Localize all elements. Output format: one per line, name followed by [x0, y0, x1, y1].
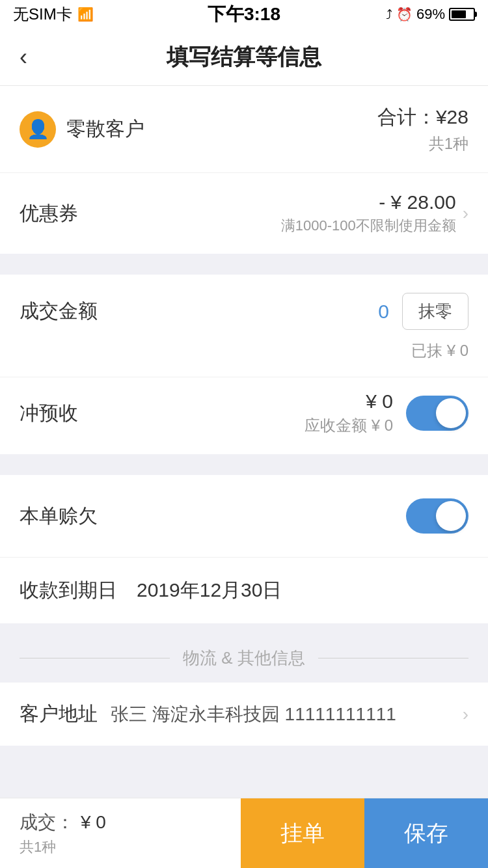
coupon-chevron-icon: ›: [463, 203, 468, 224]
coupon-right: - ¥ 28.00 满1000-100不限制使用金额 ›: [281, 191, 468, 236]
due-date-row: 收款到期日 2019年12月30日: [0, 557, 488, 623]
debt-label: 本单赊欠: [20, 503, 98, 530]
tx-amount-value[interactable]: 0: [378, 301, 389, 323]
customer-left: 👤 零散客户: [20, 111, 144, 148]
advance-row: 冲预收 ¥ 0 应收金额 ¥ 0: [0, 377, 488, 454]
battery-label: 69%: [416, 6, 445, 23]
pending-button[interactable]: 挂单: [241, 798, 364, 869]
round-button[interactable]: 抹零: [402, 293, 468, 330]
total-amount: 合计：¥28: [377, 104, 468, 131]
divider-line-right: [318, 658, 468, 658]
alarm-icon: ⏰: [396, 7, 413, 22]
tx-row: 成交金额 0 抹零: [0, 275, 488, 340]
address-label: 客户地址: [20, 701, 98, 727]
advance-label: 冲预收: [20, 400, 78, 427]
wifi-icon: 📶: [77, 7, 94, 22]
nav-title: 填写结算等信息: [167, 42, 321, 72]
advance-value: ¥ 0: [305, 390, 393, 413]
coupon-amount-block: - ¥ 28.00 满1000-100不限制使用金额: [281, 191, 456, 236]
advance-amounts: ¥ 0 应收金额 ¥ 0: [305, 390, 393, 436]
bottom-count: 共1种: [20, 837, 221, 857]
customer-right: 合计：¥28 共1种: [377, 104, 468, 154]
tx-label: 成交金额: [20, 298, 98, 325]
customer-row: 👤 零散客户 合计：¥28 共1种: [0, 86, 488, 172]
coupon-amount: - ¥ 28.00: [281, 191, 456, 213]
avatar-icon: 👤: [27, 118, 49, 140]
tx-sub-label: 已抹 ¥ 0: [0, 340, 488, 377]
gray-divider-2: [0, 465, 488, 475]
status-time: 下午3:18: [208, 2, 280, 27]
coupon-label: 优惠券: [20, 200, 78, 227]
coupon-row[interactable]: 优惠券 - ¥ 28.00 满1000-100不限制使用金额 ›: [0, 172, 488, 254]
due-date-value: 2019年12月30日: [137, 577, 282, 604]
nav-bar: ‹ 填写结算等信息: [0, 29, 488, 86]
bottom-deal-value: ¥ 0: [81, 812, 106, 833]
debt-toggle-knob: [436, 501, 466, 531]
bottom-bar: 成交： ¥ 0 共1种 挂单 保存: [0, 798, 488, 868]
logistics-label: 物流 & 其他信息: [183, 647, 305, 670]
save-button[interactable]: 保存: [364, 798, 488, 869]
transaction-section: 成交金额 0 抹零 已抹 ¥ 0 冲预收 ¥ 0 应收金额 ¥ 0: [0, 275, 488, 454]
debt-row: 本单赊欠: [0, 475, 488, 557]
bottom-info: 成交： ¥ 0 共1种: [0, 810, 241, 857]
status-right: ⤴ ⏰ 69%: [386, 6, 475, 23]
address-row[interactable]: 客户地址 张三 海淀永丰科技园 11111111111 ›: [0, 683, 488, 746]
advance-right: ¥ 0 应收金额 ¥ 0: [305, 390, 468, 436]
address-section: 客户地址 张三 海淀永丰科技园 11111111111 ›: [0, 683, 488, 746]
logistics-divider: 物流 & 其他信息: [0, 634, 488, 683]
tx-right: 0 抹零: [378, 293, 468, 330]
customer-section: 👤 零散客户 合计：¥28 共1种 优惠券 - ¥ 28.00 满1000-10…: [0, 86, 488, 254]
battery-indicator: [449, 8, 475, 21]
gray-divider-1: [0, 264, 488, 275]
divider-line-left: [20, 658, 170, 658]
bottom-deal-label: 成交：: [20, 810, 74, 835]
total-count: 共1种: [377, 133, 468, 154]
debt-section: 本单赊欠 收款到期日 2019年12月30日: [0, 475, 488, 623]
status-left: 无SIM卡 📶: [13, 4, 94, 25]
location-icon: ⤴: [386, 7, 392, 22]
debt-toggle[interactable]: [406, 498, 468, 534]
customer-name: 零散客户: [66, 116, 144, 142]
due-date-label: 收款到期日: [20, 577, 117, 604]
avatar: 👤: [20, 111, 56, 148]
status-bar: 无SIM卡 📶 下午3:18 ⤴ ⏰ 69%: [0, 0, 488, 29]
sim-label: 无SIM卡: [13, 4, 72, 25]
bottom-deal: 成交： ¥ 0: [20, 810, 221, 835]
back-button[interactable]: ‹: [20, 37, 34, 77]
address-value: 张三 海淀永丰科技园 11111111111: [111, 702, 463, 727]
toggle-knob: [436, 398, 466, 428]
address-chevron-icon: ›: [463, 704, 468, 725]
advance-sub: 应收金额 ¥ 0: [305, 415, 393, 436]
advance-toggle[interactable]: [406, 396, 468, 431]
coupon-desc: 满1000-100不限制使用金额: [281, 216, 456, 236]
